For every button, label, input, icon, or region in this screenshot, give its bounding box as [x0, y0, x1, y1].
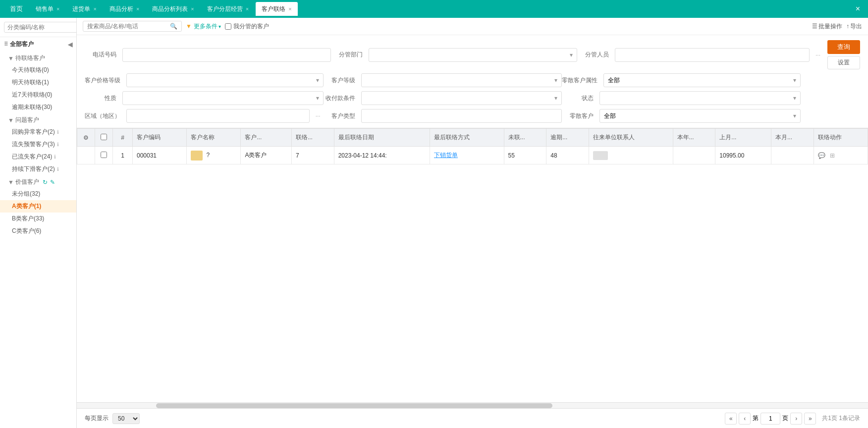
- close-analysis-tab[interactable]: ×: [136, 6, 139, 12]
- filter-cell-manager: 分管人员 ···: [577, 48, 823, 62]
- select-price-level[interactable]: ▾: [126, 73, 324, 87]
- nav-tab-purchase[interactable]: 进货单 ×: [66, 2, 102, 16]
- row-check[interactable]: [95, 147, 113, 164]
- section-value-customers[interactable]: ▼ 价值客户 ↻ ✎: [0, 175, 76, 188]
- filter-row-1: 电话号码 分管部门 ▾ 分管人员 ··· 查询 设置: [85, 40, 860, 69]
- nav-tab-customer-tier[interactable]: 客户分层经营 ×: [201, 2, 255, 16]
- select-retail-attr[interactable]: 全部 ▾: [603, 73, 801, 87]
- horizontal-scrollbar[interactable]: [77, 402, 868, 408]
- close-customer-contact-tab[interactable]: ×: [288, 6, 291, 12]
- my-customers-checkbox[interactable]: 我分管的客户: [225, 22, 269, 31]
- manager-dots[interactable]: ···: [813, 52, 823, 58]
- section-arrow3: ▼: [8, 179, 14, 186]
- comment-icon[interactable]: 💬: [818, 152, 825, 159]
- sidebar-item-ungrouped[interactable]: 未分组(32): [0, 188, 76, 200]
- nav-tab-customer-contact[interactable]: 客户联络 ×: [256, 2, 297, 16]
- section-arrow: ▼: [8, 55, 14, 62]
- row-overdue: 48: [546, 147, 589, 164]
- filter-icon: ▼: [186, 23, 192, 30]
- input-customer-type[interactable]: [361, 109, 562, 123]
- my-customers-check[interactable]: [225, 23, 231, 30]
- row-name[interactable]: ?: [187, 147, 241, 164]
- page-input[interactable]: [760, 413, 780, 425]
- label-customer-level: 客户等级: [324, 76, 358, 85]
- col-last-method: 最后联络方式: [430, 129, 504, 147]
- sidebar-item-churn-warning[interactable]: 流失预警客户(3) ℹ: [0, 138, 76, 151]
- input-phone[interactable]: [122, 48, 331, 62]
- last-page-btn[interactable]: »: [804, 413, 816, 425]
- col-this-year: 本年...: [673, 129, 715, 147]
- col-overdue: 逾期...: [546, 129, 589, 147]
- close-all-tabs[interactable]: ×: [852, 4, 864, 13]
- filter-cell-customer-type: 客户类型: [324, 109, 562, 123]
- first-page-btn[interactable]: «: [725, 413, 737, 425]
- select-dept[interactable]: ▾: [369, 48, 577, 62]
- sidebar-item-b-class[interactable]: B类客户(33): [0, 213, 76, 225]
- nav-tab-analysis-list[interactable]: 商品分析列表 ×: [146, 2, 200, 16]
- row-last-month: 10995.00: [715, 147, 771, 164]
- settings-button[interactable]: 设置: [827, 56, 860, 69]
- close-sales-tab[interactable]: ×: [56, 6, 59, 12]
- sidebar-item-7days[interactable]: 近7天待联络(0): [0, 89, 76, 101]
- close-purchase-tab[interactable]: ×: [93, 6, 96, 12]
- grid-icon: ⠿: [4, 41, 8, 48]
- query-button[interactable]: 查询: [827, 40, 860, 54]
- row-unit-contact: [589, 147, 673, 164]
- close-customer-tier-tab[interactable]: ×: [246, 6, 249, 12]
- sidebar-search-input[interactable]: [4, 22, 77, 33]
- filter-search-icon[interactable]: 🔍: [170, 23, 177, 30]
- qr-icon[interactable]: ⊞: [830, 152, 835, 159]
- select-nature[interactable]: ▾: [122, 91, 324, 105]
- nav-home[interactable]: 首页: [4, 2, 29, 16]
- col-check[interactable]: [95, 129, 113, 147]
- nav-tab-sales[interactable]: 销售单 ×: [30, 2, 65, 16]
- row-last-method[interactable]: 下销货单: [430, 147, 504, 164]
- filter-search-input[interactable]: [87, 23, 170, 30]
- select-customer-level[interactable]: ▾: [361, 73, 562, 87]
- next-page-btn[interactable]: ›: [790, 413, 802, 425]
- select-status[interactable]: ▾: [599, 91, 801, 105]
- info-icon-2: ℹ: [57, 142, 59, 147]
- sidebar-item-overdue[interactable]: 逾期未联络(30): [0, 101, 76, 113]
- batch-op-btn[interactable]: ☰ 批量操作: [812, 22, 842, 31]
- select-payment[interactable]: ▾: [361, 91, 562, 105]
- sidebar-item-today[interactable]: 今天待联络(0): [0, 64, 76, 76]
- section-pending-contact[interactable]: ▼ 待联络客户: [0, 52, 76, 64]
- region-dots[interactable]: ···: [313, 112, 324, 119]
- sidebar-item-tomorrow[interactable]: 明天待联络(1): [0, 76, 76, 89]
- sidebar-item-c-class[interactable]: C类客户(6): [0, 225, 76, 237]
- label-dept: 分管部门: [331, 51, 366, 59]
- input-manager[interactable]: [615, 48, 810, 62]
- prev-page-btn[interactable]: ‹: [739, 413, 751, 425]
- row-type: A类客户: [241, 147, 292, 164]
- sidebar-item-declining[interactable]: 持续下滑客户(2) ℹ: [0, 163, 76, 175]
- col-setting[interactable]: ⚙: [77, 129, 95, 147]
- chevron-nature: ▾: [316, 95, 319, 102]
- refresh-icon[interactable]: ↻: [43, 179, 48, 186]
- filter-row-2: 客户价格等级 ▾ 客户等级 ▾ 零散客户属性 全部: [85, 73, 860, 87]
- row-checkbox[interactable]: [101, 152, 107, 158]
- all-customers-header[interactable]: ⠿ 全部客户 ◀: [0, 37, 76, 52]
- customers-table: ⚙ # 客户编码 客户名称 客户... 联络... 最后联络日期 最后联络方式 …: [77, 128, 868, 164]
- nav-tab-analysis[interactable]: 商品分析 ×: [104, 2, 145, 16]
- sidebar-item-repurchase-abnormal[interactable]: 回购异常客户(2) ℹ: [0, 126, 76, 138]
- page-size-select[interactable]: 50 20 100: [112, 413, 140, 424]
- sidebar-search-area: 🔍: [0, 18, 76, 37]
- close-analysis-list-tab[interactable]: ×: [191, 6, 194, 12]
- more-conditions-btn[interactable]: ▼ 更多条件 ▾: [186, 22, 221, 31]
- select-all-checkbox[interactable]: [101, 134, 107, 140]
- export-btn[interactable]: ↑ 导出: [846, 22, 862, 31]
- row-action[interactable]: 💬 ⊞: [814, 147, 868, 164]
- scrollbar-thumb[interactable]: [156, 403, 552, 408]
- pagination: 每页显示 50 20 100 « ‹ 第 页 › » 共1页 1条记录: [77, 408, 868, 428]
- sidebar-item-churned[interactable]: 已流失客户(24) ℹ: [0, 151, 76, 163]
- filter-cell-retail-attr: 零散客户属性 全部 ▾: [562, 73, 801, 87]
- table-row: 1 000031 ? A类客户 7 2023-04-12 14:44: 下销货单…: [77, 147, 868, 164]
- input-region[interactable]: [126, 109, 310, 123]
- sidebar-item-a-class[interactable]: A类客户(1): [0, 200, 76, 213]
- edit-icon[interactable]: ✎: [50, 179, 55, 186]
- section-problem-customers[interactable]: ▼ 问题客户: [0, 113, 76, 126]
- page-size-label: 每页显示: [85, 414, 108, 423]
- row-this-month: [771, 147, 814, 164]
- select-retail-customer[interactable]: 全部 ▾: [599, 109, 801, 123]
